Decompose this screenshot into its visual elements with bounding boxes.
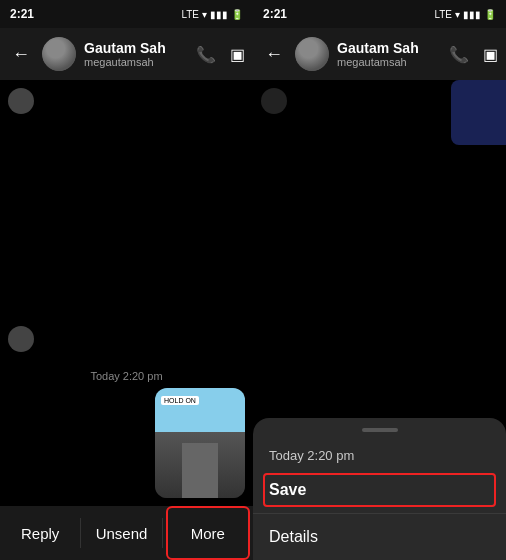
reply-button[interactable]: Reply [0,506,80,560]
status-bar-left: 2:21 LTE ▾ ▮▮▮ 🔋 [0,0,253,28]
contact-name-right: Gautam Sah [337,40,441,56]
unsend-button[interactable]: Unsend [81,506,161,560]
msg-avatar-2-left [8,326,34,352]
time-left: 2:21 [10,7,34,21]
save-sheet-item[interactable]: Save [253,467,506,514]
wifi-icon: ▾ [202,9,207,20]
battery-icon: 🔋 [231,9,243,20]
more-label: More [191,525,225,542]
avatar-image-right [295,37,329,71]
avatar-left [42,37,76,71]
reply-label: Reply [21,525,59,542]
save-label: Save [269,481,306,498]
timestamp-left: Today 2:20 pm [8,370,245,382]
status-bar-right: 2:21 LTE ▾ ▮▮▮ 🔋 [253,0,506,28]
media-inner-left: HOLD ON [155,388,245,498]
unsend-label: Unsend [96,525,148,542]
chat-area-left: Today 2:20 pm HOLD ON [0,80,253,506]
status-icons-right: LTE ▾ ▮▮▮ 🔋 [434,9,496,20]
signal-icon: ▮▮▮ [210,9,228,20]
battery-icon-right: 🔋 [484,9,496,20]
back-button-right[interactable]: ← [261,40,287,69]
msg-row-2-left [8,326,245,356]
media-label-left: HOLD ON [161,396,199,405]
top-actions-left: 📞 ▣ [196,45,245,64]
details-label: Details [269,528,318,545]
right-screen: 2:21 LTE ▾ ▮▮▮ 🔋 ← Gautam Sah megautamsa… [253,0,506,560]
top-bar-left: ← Gautam Sah megautamsah 📞 ▣ [0,28,253,80]
wifi-icon-right: ▾ [455,9,460,20]
phone-icon-left[interactable]: 📞 [196,45,216,64]
media-message-left[interactable]: HOLD ON [155,388,245,498]
avatar-image-left [42,37,76,71]
more-button[interactable]: More [166,506,250,560]
sheet-date: Today 2:20 pm [253,440,506,467]
top-bar-right: ← Gautam Sah megautamsah 📞 ▣ [253,28,506,80]
contact-handle-right: megautamsah [337,56,441,68]
status-icons-left: LTE ▾ ▮▮▮ 🔋 [181,9,243,20]
avatar-right [295,37,329,71]
signal-icon-right: ▮▮▮ [463,9,481,20]
video-icon-right[interactable]: ▣ [483,45,498,64]
msg-avatar-1-left [8,88,34,114]
video-icon-left[interactable]: ▣ [230,45,245,64]
contact-handle-left: megautamsah [84,56,188,68]
bottom-actions-left: Reply Unsend More [0,506,253,560]
bottom-sheet: Today 2:20 pm Save Details [253,418,506,560]
details-sheet-item[interactable]: Details [253,514,506,560]
contact-name-left: Gautam Sah [84,40,188,56]
left-screen: 2:21 LTE ▾ ▮▮▮ 🔋 ← Gautam Sah megautamsa… [0,0,253,560]
divider-2 [162,518,163,548]
media-road-left [182,443,218,498]
lte-icon-right: LTE [434,9,452,20]
phone-icon-right[interactable]: 📞 [449,45,469,64]
lte-icon: LTE [181,9,199,20]
contact-info-right: Gautam Sah megautamsah [337,40,441,68]
sheet-handle [362,428,398,432]
back-button-left[interactable]: ← [8,40,34,69]
msg-row-1-left [8,88,245,118]
contact-info-left: Gautam Sah megautamsah [84,40,188,68]
top-actions-right: 📞 ▣ [449,45,498,64]
time-right: 2:21 [263,7,287,21]
